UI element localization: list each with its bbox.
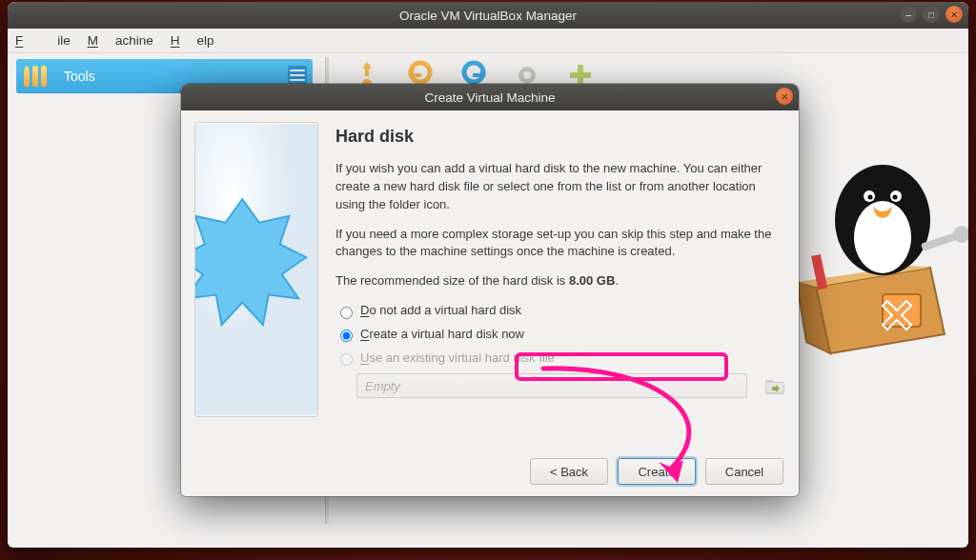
existing-disk-field: Empty (356, 373, 747, 398)
tools-icon (24, 66, 54, 87)
cancel-button[interactable]: Cancel (705, 458, 783, 485)
wizard-illustration (194, 122, 318, 417)
recommended-size: 8.00 GB (569, 273, 615, 288)
menu-help[interactable]: Help (171, 33, 214, 48)
tools-label: Tools (64, 69, 95, 84)
radio-create-now[interactable]: Create a virtual hard disk now (336, 326, 787, 344)
existing-disk-combo: Empty (356, 373, 787, 398)
radio-do-not-add[interactable]: Do not add a virtual hard disk (336, 302, 787, 320)
close-icon[interactable]: ✕ (946, 6, 963, 23)
dialog-form: Hard disk If you wish you can add a virt… (336, 122, 787, 441)
svg-point-8 (868, 195, 873, 200)
back-button[interactable]: < Back (530, 458, 608, 485)
menu-file[interactable]: File (15, 33, 71, 48)
dialog-title: Create Virtual Machine (424, 90, 555, 105)
svg-point-2 (523, 71, 531, 79)
radio-use-existing-input[interactable] (340, 353, 353, 366)
menubar: File Machine Help (8, 29, 968, 53)
create-button[interactable]: Create (618, 458, 696, 485)
browse-folder-icon (762, 374, 787, 397)
radio-use-existing[interactable]: Use an existing virtual hard disk file (336, 350, 787, 368)
welcome-illustration (778, 144, 968, 363)
dialog-paragraph-2: If you need a more complex storage set-u… (336, 226, 787, 262)
maximize-icon[interactable]: □ (923, 6, 940, 23)
radio-create-now-input[interactable] (340, 330, 353, 342)
main-window-title: Oracle VM VirtualBox Manager (399, 9, 577, 23)
create-vm-dialog: Create Virtual Machine ✕ Hard disk If yo… (181, 84, 799, 496)
radio-do-not-add-input[interactable] (340, 307, 353, 319)
tools-menu-icon[interactable] (288, 66, 307, 85)
dialog-titlebar: Create Virtual Machine ✕ (181, 84, 799, 110)
dialog-button-row: < Back Create Cancel (530, 458, 783, 485)
dialog-close-icon[interactable]: ✕ (776, 88, 793, 105)
dialog-recommended: The recommended size of the hard disk is… (336, 272, 787, 290)
minimize-icon[interactable]: ‒ (900, 6, 917, 23)
menu-machine[interactable]: Machine (88, 33, 153, 48)
main-titlebar: Oracle VM VirtualBox Manager ‒ □ ✕ (8, 2, 968, 29)
dialog-heading: Hard disk (336, 124, 787, 149)
dialog-paragraph-1: If you wish you can add a virtual hard d… (336, 160, 787, 214)
svg-point-9 (893, 195, 898, 200)
